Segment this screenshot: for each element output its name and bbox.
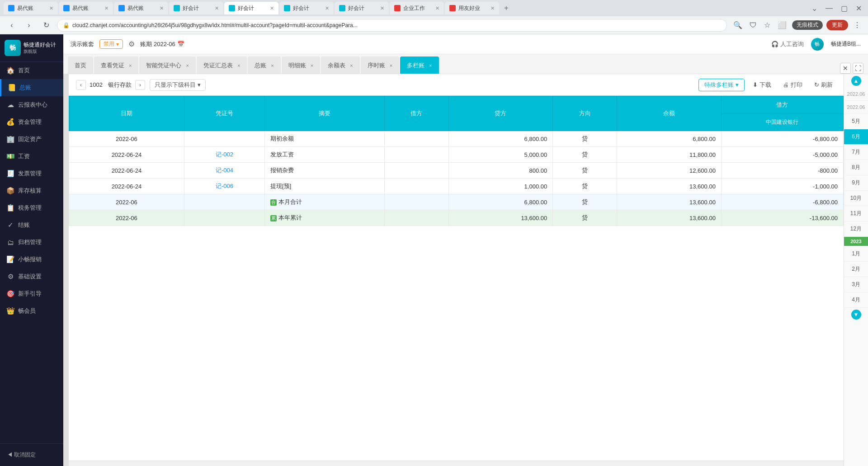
tab-general-ledger-close[interactable]: × — [271, 63, 274, 68]
account-next-button[interactable]: › — [135, 80, 145, 90]
month-item-jan-2023[interactable]: 1月 — [844, 246, 868, 262]
update-button[interactable]: 更新 — [826, 20, 848, 30]
sidebar-item-settings[interactable]: ⚙ 基础设置 — [0, 268, 63, 285]
tab-close-4[interactable]: ✕ — [215, 5, 219, 11]
star-icon[interactable]: ☆ — [762, 20, 772, 30]
voucher-link[interactable]: 记-006 — [216, 183, 233, 189]
search-icon[interactable]: 🔍 — [731, 20, 744, 30]
sidebar-item-ledger[interactable]: 📒 总账 — [0, 79, 63, 96]
month-item-november[interactable]: 11月 — [844, 206, 868, 221]
browser-tab-2[interactable]: 易代账 ✕ — [59, 2, 113, 14]
user-avatar[interactable]: 畅 — [811, 38, 824, 51]
month-item-september[interactable]: 9月 — [844, 175, 868, 191]
maximize-button[interactable]: ▢ — [838, 3, 850, 14]
voucher-link[interactable]: 记-004 — [216, 167, 233, 174]
sidebar-item-archive[interactable]: 🗂 归档管理 — [0, 234, 63, 251]
sidebar-item-salary[interactable]: 💵 工资 — [0, 148, 63, 165]
month-item-may[interactable]: 5月 — [844, 114, 868, 129]
tab-close-6[interactable]: ✕ — [325, 5, 329, 11]
tab-close-3[interactable]: ✕ — [160, 5, 164, 11]
shield-icon[interactable]: 🛡 — [748, 20, 759, 30]
sidebar-item-guide[interactable]: 🎯 新手引导 — [0, 285, 63, 302]
forward-button[interactable]: › — [23, 19, 35, 32]
tab-vouchers-close[interactable]: × — [129, 63, 132, 68]
sub-filter-dropdown[interactable]: 只显示下级科目 ▾ — [150, 79, 206, 91]
tab-voucher-summary-close[interactable]: × — [237, 63, 240, 68]
tab-list-button[interactable]: ⌄ — [809, 3, 820, 14]
sidebar-item-inventory[interactable]: 📦 库存核算 — [0, 182, 63, 199]
tab-chronological-close[interactable]: × — [390, 63, 392, 68]
tab-vouchers[interactable]: 查看凭证 × — [94, 56, 138, 74]
tab-detail-ledger[interactable]: 明细账 × — [282, 56, 320, 74]
browser-tab-1[interactable]: 易代账 ✕ — [4, 2, 58, 14]
browser-tab-3[interactable]: 易代账 ✕ — [114, 2, 168, 14]
reload-button[interactable]: ↻ — [40, 19, 52, 32]
user-name[interactable]: 畅捷通B组... — [831, 40, 861, 48]
tab-chronological[interactable]: 序时账 × — [361, 56, 399, 74]
sidebar-item-assets[interactable]: 🏢 固定资产 — [0, 131, 63, 148]
month-item-2022-06-first[interactable]: 2022.06 — [844, 88, 868, 101]
sidebar-item-tax[interactable]: 📋 税务管理 — [0, 199, 63, 217]
demo-badge[interactable]: 禁用 ▾ — [99, 39, 123, 49]
settings-gear-icon[interactable]: ⚙ — [128, 40, 135, 48]
sidebar-item-invoice[interactable]: 🧾 发票管理 — [0, 165, 63, 182]
month-item-july[interactable]: 7月 — [844, 145, 868, 160]
download-button[interactable]: ⬇ 下载 — [749, 79, 775, 91]
screenshot-icon[interactable]: ⬜ — [776, 20, 788, 30]
sidebar-item-reports[interactable]: ☁ 云报表中心 — [0, 96, 63, 113]
tab-close-5[interactable]: ✕ — [270, 5, 274, 11]
period-selector[interactable]: 账期 2022-06 📅 — [140, 40, 184, 48]
tab-voucher-summary[interactable]: 凭证汇总表 × — [197, 56, 247, 74]
bottom-scrollbar[interactable] — [69, 461, 844, 466]
new-tab-button[interactable]: + — [500, 2, 513, 14]
sidebar-item-funds[interactable]: 💰 资金管理 — [0, 113, 63, 131]
refresh-button[interactable]: ↻ 刷新 — [811, 79, 836, 91]
month-item-feb-2023[interactable]: 2月 — [844, 262, 868, 277]
print-button[interactable]: 🖨 打印 — [779, 79, 806, 91]
month-item-2022-06-second[interactable]: 2022.06 — [844, 101, 868, 114]
tab-balance-close[interactable]: × — [350, 63, 353, 68]
browser-tab-7[interactable]: 好会计 ✕ — [335, 2, 389, 14]
multi-col-button[interactable]: 特殊多栏账 ▾ — [698, 79, 745, 91]
browser-tab-8[interactable]: 企业工作 ✕ — [390, 2, 444, 14]
tab-general-ledger[interactable]: 总账 × — [248, 56, 280, 74]
month-item-august[interactable]: 8月 — [844, 160, 868, 175]
tab-close-2[interactable]: ✕ — [104, 5, 108, 11]
sidebar-item-home[interactable]: 🏠 首页 — [0, 62, 63, 79]
consult-button[interactable]: 🎧 人工咨询 — [771, 40, 804, 48]
tab-multi-col-close[interactable]: × — [429, 63, 432, 68]
panel-down-arrow[interactable]: ▼ — [851, 310, 861, 320]
month-item-december[interactable]: 12月 — [844, 221, 868, 237]
tab-balance[interactable]: 余额表 × — [321, 56, 359, 74]
account-prev-button[interactable]: ‹ — [76, 80, 86, 90]
panel-up-arrow[interactable]: ▲ — [851, 76, 861, 86]
tab-close-1[interactable]: ✕ — [49, 5, 53, 11]
browser-tab-4[interactable]: 好会计 ✕ — [169, 2, 223, 14]
voucher-link[interactable]: 记-002 — [216, 151, 233, 158]
month-item-mar-2023[interactable]: 3月 — [844, 277, 868, 292]
tab-close-8[interactable]: ✕ — [435, 5, 439, 11]
tab-home[interactable]: 首页 — [68, 56, 93, 74]
unpin-button[interactable]: ◀ 取消固定 — [5, 448, 59, 461]
tab-close-7[interactable]: ✕ — [380, 5, 384, 11]
month-item-october[interactable]: 10月 — [844, 191, 868, 206]
close-window-button[interactable]: ✕ — [853, 3, 864, 14]
minimize-button[interactable]: — — [823, 3, 835, 13]
month-item-june[interactable]: 6月 — [844, 129, 868, 145]
tab-close-9[interactable]: ✕ — [491, 5, 495, 11]
tab-multi-col[interactable]: 多栏账 × — [400, 56, 439, 74]
panel-expand-button[interactable]: ⛶ — [853, 63, 863, 74]
back-button[interactable]: ‹ — [5, 19, 18, 32]
incognito-button[interactable]: 无痕模式 — [792, 20, 823, 30]
browser-tab-9[interactable]: 用友好业 ✕ — [445, 2, 499, 14]
url-bar[interactable]: 🔒 cloud2.chanjet.com/accounting/uh26t264… — [57, 19, 727, 32]
browser-tab-6[interactable]: 好会计 ✕ — [279, 2, 334, 14]
panel-close-button[interactable]: ✕ — [840, 63, 851, 74]
tab-detail-ledger-close[interactable]: × — [311, 63, 313, 68]
tab-smart-vouchers-close[interactable]: × — [186, 63, 189, 68]
sidebar-item-member[interactable]: 👑 畅会员 — [0, 302, 63, 320]
tab-smart-vouchers[interactable]: 智能凭证中心 × — [139, 56, 195, 74]
month-item-apr-2023[interactable]: 4月 — [844, 292, 868, 308]
menu-button[interactable]: ⋮ — [852, 20, 863, 30]
sidebar-item-expense[interactable]: 📝 小畅报销 — [0, 251, 63, 268]
